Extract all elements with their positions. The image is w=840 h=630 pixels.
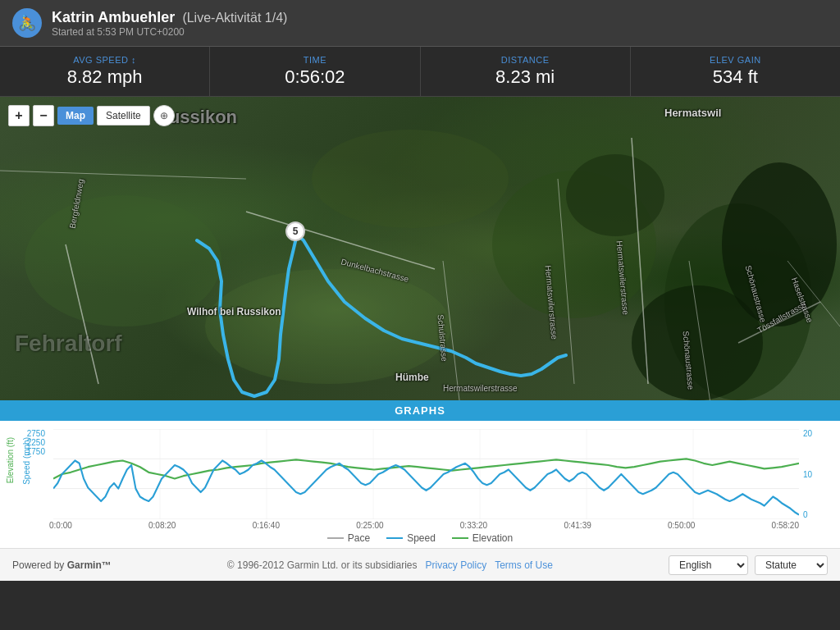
legend-pace-label: Pace [348,532,370,544]
elev-gain-value: 534 ft [647,66,824,88]
footer: Powered by Garmin™ © 1996-2012 Garmin Lt… [0,548,840,581]
title-block: Katrin Ambuehler (Live-Aktivität 1/4) St… [52,9,287,38]
svg-point-8 [566,154,664,236]
activity-started: Started at 5:53 PM UTC+0200 [52,26,287,38]
footer-dropdowns: English Deutsch Français Statute Metric [669,555,828,575]
y-right-top: 20 [803,429,812,438]
svg-point-1 [25,195,221,326]
graphs-container: Elevation (ft) Speed (mph) 2750 2250 175… [0,421,840,548]
x-label-4: 0:33:20 [460,521,487,530]
stat-time: TIME 0:56:02 [210,47,420,96]
x-label-1: 0:08:20 [148,521,176,530]
x-label-2: 0:16:40 [253,521,280,530]
time-label: TIME [226,55,403,65]
y-right-bot: 0 [803,510,808,519]
athlete-name: Katrin Ambuehler [52,9,175,25]
x-label-5: 0:41:39 [564,521,591,530]
legend-speed-line [386,537,403,539]
terms-of-use-link[interactable]: Terms of Use [495,559,553,571]
graphs-header: GRAPHS [0,400,840,421]
legend-pace: Pace [327,532,370,544]
x-label-6: 0:50:00 [668,521,695,530]
x-label-0: 0:0:00 [49,521,72,530]
svg-point-5 [312,130,509,228]
language-select[interactable]: English Deutsch Français [669,555,748,575]
garmin-brand: Garmin™ [67,559,112,571]
zoom-in-button[interactable]: + [8,105,30,126]
svg-line-19 [0,171,246,179]
x-label-3: 0:25:00 [356,521,383,530]
powered-by-text: Powered by [12,559,67,571]
y-axis-right: 20 10 0 [799,429,836,519]
unit-select[interactable]: Statute Metric [755,555,828,575]
time-value: 0:56:02 [226,66,403,88]
footer-links: © 1996-2012 Garmin Ltd. or its subsidiar… [227,559,553,571]
chart-area: Elevation (ft) Speed (mph) 2750 2250 175… [4,429,836,519]
y-axis-left-container: Elevation (ft) Speed (mph) 2750 2250 175… [4,429,53,519]
map-container[interactable]: + − Map Satellite ⊕ Russikon Hermatswil … [0,97,840,400]
legend-elev-line [452,537,468,539]
activity-title: Katrin Ambuehler (Live-Aktivität 1/4) [52,9,287,26]
distance-label: DISTANCE [437,55,614,65]
elev-axis-label: Elevation (ft) [6,437,15,483]
map-controls: + − Map Satellite ⊕ [8,105,175,126]
zoom-out-button[interactable]: − [33,105,54,126]
legend-speed-label: Speed [407,532,436,544]
garmin-credit: Powered by Garmin™ [12,559,112,571]
page-header: 🚴 Katrin Ambuehler (Live-Aktivität 1/4) … [0,0,840,47]
privacy-policy-link[interactable]: Privacy Policy [425,559,486,571]
legend-pace-line [327,537,344,539]
stats-bar: AVG SPEED ↕ 8.82 mph TIME 0:56:02 DISTAN… [0,47,840,97]
legend-elev-label: Elevation [472,532,513,544]
svg-point-2 [205,269,451,384]
activity-subtitle: (Live-Aktivität 1/4) [182,11,287,25]
satellite-view-button[interactable]: Satellite [97,106,150,126]
x-axis: 0:0:00 0:08:20 0:16:40 0:25:00 0:33:20 0… [4,519,799,530]
map-view-button[interactable]: Map [57,107,94,125]
copyright-text: © 1996-2012 Garmin Ltd. or its subsidiar… [227,559,418,571]
y-right-mid: 10 [803,470,812,479]
legend-speed: Speed [386,532,436,544]
x-label-7: 0:58:20 [772,521,799,530]
waypoint-5: 5 [285,221,305,241]
chart-svg [53,429,799,519]
stat-elev-gain: ELEV GAIN 534 ft [631,47,840,96]
stat-distance: DISTANCE 8.23 mi [421,47,631,96]
map-roads-svg [0,97,840,400]
chart-legend: Pace Speed Elevation [4,530,836,544]
avg-speed-label: AVG SPEED ↕ [16,55,193,65]
bike-icon: 🚴 [12,8,42,38]
elev-gain-label: ELEV GAIN [647,55,824,65]
speed-axis-label: Speed (mph) [22,437,31,485]
avg-speed-value: 8.82 mph [16,66,193,88]
distance-value: 8.23 mi [437,66,614,88]
stat-avg-speed: AVG SPEED ↕ 8.82 mph [0,47,210,96]
locate-button[interactable]: ⊕ [153,105,175,126]
legend-elevation: Elevation [452,532,513,544]
